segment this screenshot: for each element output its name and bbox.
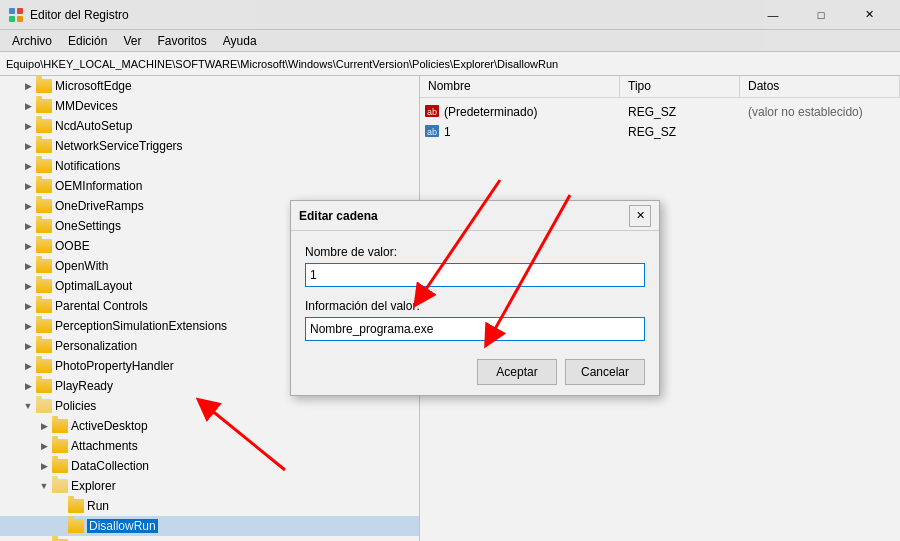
nombre-input[interactable]	[305, 263, 645, 287]
nombre-label: Nombre de valor:	[305, 245, 645, 259]
dialog-close-button[interactable]: ✕	[629, 205, 651, 227]
dialog-buttons: Aceptar Cancelar	[305, 359, 645, 385]
cancel-button[interactable]: Cancelar	[565, 359, 645, 385]
accept-button[interactable]: Aceptar	[477, 359, 557, 385]
dialog-title: Editar cadena	[299, 209, 378, 223]
dialog-title-bar: Editar cadena ✕	[291, 201, 659, 231]
edit-string-dialog: Editar cadena ✕ Nombre de valor: Informa…	[290, 200, 660, 396]
info-input[interactable]	[305, 317, 645, 341]
dialog-overlay: Editar cadena ✕ Nombre de valor: Informa…	[0, 0, 900, 541]
dialog-body: Nombre de valor: Información del valor: …	[291, 231, 659, 395]
info-label: Información del valor:	[305, 299, 645, 313]
